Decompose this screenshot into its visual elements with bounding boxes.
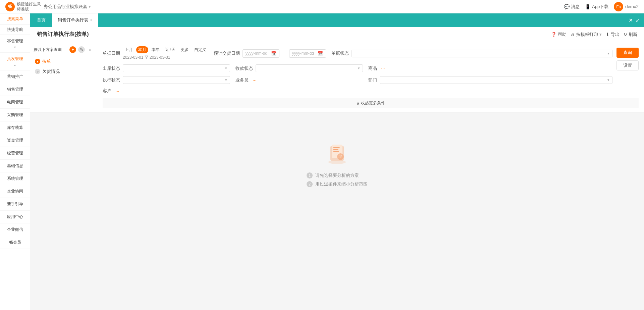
logo-icon: 畅 bbox=[5, 2, 15, 11]
sidebar-label-marketing: 营销推广 bbox=[7, 74, 23, 80]
sidebar-label-purchase: 采购管理 bbox=[7, 112, 23, 118]
left-filter-panel: 按以下方案查询 + ✎ « ● 按单 bbox=[30, 42, 97, 112]
date-tab-this-year[interactable]: 本年 bbox=[150, 46, 162, 53]
settings-button[interactable]: 设置 bbox=[616, 60, 639, 70]
date-tab-last-month[interactable]: 上月 bbox=[123, 46, 135, 53]
sidebar-item-wholesale[interactable]: 批发管理 ▴ bbox=[0, 53, 30, 70]
right-filter-panel: 单据日期 上月 本月 本年 近7天 更多 bbox=[97, 42, 644, 112]
filter-section: 按以下方案查询 + ✎ « ● 按单 bbox=[30, 42, 644, 112]
sidebar-label-sales: 销售管理 bbox=[7, 87, 23, 92]
app-download-label: App下载 bbox=[592, 4, 608, 10]
app-download-btn[interactable]: 📱 App下载 bbox=[585, 4, 608, 10]
date-from-value: yyyy-mm-dd bbox=[246, 51, 267, 56]
tab-sales-order[interactable]: 销售订单执行表 × bbox=[52, 13, 98, 27]
sidebar-label-inventory: 库存核算 bbox=[7, 125, 23, 131]
sidebar-item-retail[interactable]: 零售管理 ▾ bbox=[0, 35, 30, 53]
sidebar-item-newuser[interactable]: 新手引导 bbox=[0, 198, 30, 211]
layout-with-sidebar: 按以下方案查询 + ✎ « ● 按单 bbox=[30, 42, 644, 112]
edit-scheme-btn[interactable]: ✎ bbox=[78, 46, 85, 53]
dept-select[interactable]: ▾ bbox=[380, 76, 612, 84]
top-bar: 畅 畅捷通好生意 标准版 办公用品行业模拟账套 ▾ 💬 消息 📱 App下载 bbox=[0, 0, 644, 13]
salesman-select-btn[interactable]: ··· bbox=[251, 78, 258, 83]
page-content: 销售订单执行表(按单) ❓ 帮助 🖨 按模板打印 ▾ ⬇ bbox=[30, 27, 644, 310]
sidebar-item-system[interactable]: 系统管理 bbox=[0, 172, 30, 185]
sidebar-item-marketing[interactable]: 营销推广 bbox=[0, 70, 30, 83]
sidebar-item-basic[interactable]: 基础信息 bbox=[0, 160, 30, 172]
print-btn[interactable]: 🖨 按模板打印 ▾ bbox=[571, 32, 602, 38]
scheme-label-按单: 按单 bbox=[42, 58, 51, 64]
customer-select-btn[interactable]: ··· bbox=[114, 88, 121, 94]
sidebar-item-enterprise[interactable]: 企业协同 bbox=[0, 185, 30, 198]
logo-text: 畅捷通好生意 标准版 bbox=[17, 2, 41, 11]
svg-rect-3 bbox=[333, 147, 340, 148]
scheme-item-按单[interactable]: ● 按单 bbox=[34, 56, 94, 66]
window-close-btn[interactable]: ✕ bbox=[629, 17, 633, 23]
receipt-status-chevron-icon: ▾ bbox=[358, 66, 360, 70]
tab-home[interactable]: 首页 bbox=[30, 13, 52, 27]
message-btn[interactable]: 💬 消息 bbox=[564, 4, 580, 10]
sidebar-item-wecom[interactable]: 企业微信 bbox=[0, 223, 30, 236]
step-number-1: 1 bbox=[307, 172, 313, 178]
date-separator: — bbox=[281, 51, 288, 56]
sidebar-item-member[interactable]: 畅会员 bbox=[0, 236, 30, 249]
date-to-input[interactable]: yyyy-mm-dd 📅 bbox=[289, 49, 326, 58]
export-btn[interactable]: ⬇ 导出 bbox=[606, 32, 620, 38]
query-button[interactable]: 查询 bbox=[616, 48, 639, 58]
filter-row-3: 执行状态 ▾ 业务员 ··· bbox=[103, 76, 612, 84]
filter-row-4: 客户 ··· bbox=[103, 88, 612, 94]
exec-status-select[interactable]: ▾ bbox=[123, 76, 230, 84]
sidebar-quick-nav[interactable]: 快捷导航 bbox=[0, 25, 30, 35]
empty-state: ? 1 请先选择要分析的方案 2 用过滤条件来缩小分析范围 bbox=[30, 112, 644, 217]
collapse-scheme-btn[interactable]: « bbox=[87, 46, 94, 53]
app-title-area[interactable]: 办公用品行业模拟账套 ▾ bbox=[44, 4, 91, 10]
step-label-2: 用过滤条件来缩小分析范围 bbox=[315, 181, 368, 187]
tab-close-btn[interactable]: × bbox=[90, 18, 93, 22]
content-area: 首页 销售订单执行表 × ✕ ⤢ 销售订单执行表(按单) ❓ bbox=[30, 13, 644, 310]
sidebar-item-operation[interactable]: 经营管理 bbox=[0, 147, 30, 160]
dropdown-icon[interactable]: ▾ bbox=[89, 4, 91, 9]
out-status-select[interactable]: ▾ bbox=[123, 64, 230, 72]
calendar-to-icon[interactable]: 📅 bbox=[318, 51, 323, 56]
window-maximize-btn[interactable]: ⤢ bbox=[636, 17, 640, 23]
calendar-from-icon[interactable]: 📅 bbox=[271, 51, 276, 56]
sidebar-item-ecommerce[interactable]: 电商管理 bbox=[0, 96, 30, 109]
sidebar-item-inventory[interactable]: 库存核算 bbox=[0, 121, 30, 134]
page-header-actions: ❓ 帮助 🖨 按模板打印 ▾ ⬇ 导出 ↻ bbox=[551, 32, 637, 38]
sidebar-item-sales[interactable]: 销售管理 bbox=[0, 83, 30, 96]
svg-rect-4 bbox=[333, 149, 338, 150]
out-status-label: 出库状态 bbox=[103, 65, 120, 71]
empty-illustration: ? bbox=[324, 139, 351, 167]
order-status-label: 单据状态 bbox=[331, 50, 349, 56]
sidebar-item-purchase[interactable]: 采购管理 bbox=[0, 109, 30, 121]
sidebar-item-finance[interactable]: 资金管理 bbox=[0, 134, 30, 147]
download-icon: 📱 bbox=[585, 4, 591, 9]
filter-row-1: 单据日期 上月 本月 本年 近7天 更多 bbox=[103, 46, 612, 60]
top-bar-left: 畅 畅捷通好生意 标准版 办公用品行业模拟账套 ▾ bbox=[5, 2, 91, 11]
receipt-status-select[interactable]: ▾ bbox=[256, 64, 363, 72]
date-tab-more[interactable]: 更多 bbox=[179, 46, 191, 53]
sidebar-label-system: 系统管理 bbox=[7, 176, 23, 182]
refresh-btn[interactable]: ↻ 刷新 bbox=[624, 32, 637, 38]
date-tab-this-month[interactable]: 本月 bbox=[136, 46, 148, 53]
customer-field: 客户 ··· bbox=[103, 88, 121, 94]
collapse-more-btn[interactable]: ∧ 收起更多条件 bbox=[103, 98, 639, 108]
scheme-label-欠货情况: 欠货情况 bbox=[42, 68, 60, 74]
sidebar-label-wholesale: 批发管理 bbox=[7, 56, 23, 62]
customer-label: 客户 bbox=[103, 88, 111, 94]
help-btn[interactable]: ❓ 帮助 bbox=[551, 32, 567, 38]
sidebar-search[interactable]: 搜索菜单 bbox=[0, 13, 30, 25]
goods-select-btn[interactable]: ··· bbox=[380, 66, 386, 71]
goods-label: 商品 bbox=[368, 65, 377, 71]
dept-field: 部门 ▾ bbox=[368, 76, 612, 84]
date-from-input[interactable]: yyyy-mm-dd 📅 bbox=[243, 49, 279, 58]
scheme-item-欠货情况[interactable]: ○ 欠货情况 bbox=[34, 66, 94, 76]
sidebar-label-ecommerce: 电商管理 bbox=[7, 99, 23, 105]
sidebar-label-finance: 资金管理 bbox=[7, 138, 23, 143]
order-status-select[interactable]: ▾ bbox=[352, 50, 612, 57]
sidebar-item-appstore[interactable]: 应用中心 bbox=[0, 211, 30, 223]
add-scheme-btn[interactable]: + bbox=[69, 46, 76, 53]
date-tab-custom[interactable]: 自定义 bbox=[192, 46, 208, 53]
date-tab-7days[interactable]: 近7天 bbox=[163, 46, 177, 53]
salesman-label: 业务员 bbox=[235, 77, 249, 83]
exec-status-field: 执行状态 ▾ bbox=[103, 76, 230, 84]
